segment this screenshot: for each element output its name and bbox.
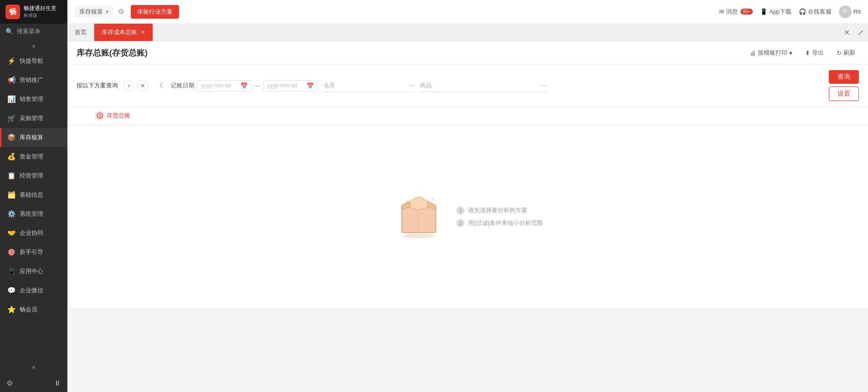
- sidebar-item-quick-nav[interactable]: ⚡ 快捷导航: [0, 51, 67, 71]
- tabbar: 首页 库存成本总账 ✕ ✕ ⤢: [67, 24, 868, 41]
- sidebar-item-wechat[interactable]: 💬 企业微信: [0, 281, 67, 300]
- message-btn[interactable]: ✉ 消息 99+: [719, 8, 753, 16]
- print-template-btn[interactable]: 🖨 按模板打印 ▾: [746, 47, 796, 59]
- empty-content-row: ✦ ✦ 1 请先选择要分析的方案 2 用[过滤]条件来缩小分析范围: [393, 185, 542, 249]
- calendar-end-icon: 📅: [306, 82, 314, 89]
- sidebar-scroll-down[interactable]: ▼: [0, 361, 67, 374]
- refresh-btn[interactable]: ↻ 刷新: [833, 47, 859, 59]
- svg-point-10: [403, 234, 434, 238]
- marketing-icon: 📢: [7, 76, 16, 84]
- filter-bar: 按以下方案查询 + ✕ 《 记账日期 yyyy-mm-dd 📅 — yyyy-m…: [67, 65, 868, 107]
- basic-info-icon: 🗂️: [7, 191, 16, 199]
- export-icon: ⬆: [805, 50, 810, 56]
- tab-close-icon[interactable]: ✕: [141, 29, 145, 36]
- svg-text:✦: ✦: [431, 198, 434, 202]
- avatar: R: [839, 5, 852, 18]
- breadcrumb[interactable]: 库存核算 ▾: [75, 6, 113, 18]
- sub-filter-inventory-icon: 存: [95, 111, 105, 121]
- empty-illustration: ✦ ✦: [393, 185, 447, 239]
- sidebar-item-marketing[interactable]: 📢 营销推广: [0, 71, 67, 90]
- sidebar-item-finance[interactable]: 💰 资金管理: [0, 147, 67, 166]
- query-button[interactable]: 查询: [829, 70, 859, 84]
- tab-home[interactable]: 首页: [67, 24, 94, 41]
- date-separator: —: [255, 82, 260, 89]
- sidebar-item-system[interactable]: ⚙️ 系统管理: [0, 204, 67, 224]
- sidebar-item-operations[interactable]: 📋 经营管理: [0, 166, 67, 185]
- date-start-input[interactable]: yyyy-mm-dd 📅: [197, 80, 252, 92]
- newbie-icon: 🎯: [7, 248, 16, 256]
- chevron-down-icon: ▾: [106, 8, 109, 15]
- filter-label: 按以下方案查询: [77, 81, 118, 90]
- sales-icon: 📊: [7, 95, 16, 103]
- sidebar-search[interactable]: 🔍 搜索菜单: [0, 24, 67, 39]
- app-download-btn[interactable]: 📱 App下载: [760, 8, 791, 16]
- hint-num-2: 2: [456, 219, 465, 227]
- calendar-start-icon: 📅: [240, 82, 248, 89]
- sidebar-logo: 畅 畅捷通好生意 标准版: [0, 0, 67, 24]
- export-btn[interactable]: ⬆ 导出: [802, 47, 827, 59]
- membership-icon: ⭐: [7, 305, 16, 314]
- sidebar-nav: ⚡ 快捷导航 📢 营销推广 📊 销售管理 🛒 采购管理 📦 库存核算 💰 资金管…: [0, 51, 67, 361]
- date-end-input[interactable]: yyyy-mm-dd 📅: [263, 80, 318, 92]
- filter-collapse-btn[interactable]: 《: [153, 81, 165, 91]
- sidebar-item-newbie[interactable]: 🎯 新手引导: [0, 243, 67, 262]
- online-service-btn[interactable]: 🎧 在线客服: [799, 8, 832, 16]
- topbar: 库存核算 ▾ ⚙ 体验行业方案 ✉ 消息 99+ 📱 App下载 🎧 在线客服: [67, 0, 868, 24]
- add-filter-btn[interactable]: +: [123, 80, 134, 91]
- svg-text:存: 存: [98, 114, 102, 118]
- username-label: Rit: [853, 8, 861, 15]
- sidebar-item-app-center[interactable]: 📱 应用中心: [0, 262, 67, 281]
- print-icon: 🖨: [750, 50, 756, 56]
- goods-select[interactable]: 商品 ···: [420, 80, 547, 92]
- sidebar-item-inventory[interactable]: 📦 库存核算: [0, 128, 67, 147]
- page-title: 库存总账(存货总账): [77, 47, 148, 58]
- sidebar-item-basic-info[interactable]: 🗂️ 基础信息: [0, 185, 67, 204]
- topbar-left: 库存核算 ▾ ⚙ 体验行业方案: [75, 5, 719, 19]
- sub-filter-row: 存 存货总账: [67, 107, 868, 125]
- refresh-icon: ↻: [837, 50, 842, 56]
- print-dropdown-icon: ▾: [789, 50, 792, 56]
- panel-close-icon[interactable]: ✕: [844, 28, 850, 37]
- warehouse-select[interactable]: 仓库 ···: [323, 80, 414, 92]
- sidebar-item-sales[interactable]: 📊 销售管理: [0, 90, 67, 109]
- purchase-icon: 🛒: [7, 114, 16, 122]
- date-filter-group: 记账日期 yyyy-mm-dd 📅 — yyyy-mm-dd 📅: [171, 80, 318, 92]
- sidebar-collapse-icon[interactable]: ⏸: [54, 379, 61, 387]
- app-logo-icon: 畅: [5, 5, 20, 19]
- date-label: 记账日期: [171, 81, 194, 90]
- inventory-icon: 📦: [7, 133, 16, 142]
- user-account[interactable]: R Rit: [839, 5, 861, 18]
- page-header-actions: 🖨 按模板打印 ▾ ⬆ 导出 ↻ 刷新: [746, 47, 859, 59]
- sidebar-item-enterprise[interactable]: 🤝 企业协同: [0, 224, 67, 243]
- sidebar: 畅 畅捷通好生意 标准版 🔍 搜索菜单 ▲ ⚡ 快捷导航 📢 营销推广 📊 销售…: [0, 0, 67, 392]
- settings-button[interactable]: 设置: [829, 87, 859, 101]
- app-logo-text: 畅捷通好生意 标准版: [24, 5, 56, 19]
- topbar-gear-icon[interactable]: ⚙: [118, 7, 124, 16]
- industry-btn[interactable]: 体验行业方案: [131, 5, 179, 19]
- remove-filter-btn[interactable]: ✕: [137, 80, 148, 91]
- main-content: 库存核算 ▾ ⚙ 体验行业方案 ✉ 消息 99+ 📱 App下载 🎧 在线客服: [67, 0, 868, 392]
- hint-num-1: 1: [456, 206, 465, 214]
- sidebar-scroll-up[interactable]: ▲: [0, 39, 67, 51]
- page-header: 库存总账(存货总账) 🖨 按模板打印 ▾ ⬆ 导出 ↻ 刷新: [67, 41, 868, 65]
- app-download-icon: 📱: [760, 8, 767, 15]
- sidebar-item-purchase[interactable]: 🛒 采购管理: [0, 109, 67, 128]
- wechat-icon: 💬: [7, 286, 16, 295]
- app-center-icon: 📱: [7, 267, 16, 275]
- goods-more-icon: ···: [541, 81, 547, 90]
- topbar-right: ✉ 消息 99+ 📱 App下载 🎧 在线客服 R Rit: [719, 5, 861, 18]
- sidebar-footer: ⚙ ⏸: [0, 374, 67, 392]
- system-icon: ⚙️: [7, 210, 16, 218]
- empty-hint-1: 1 请先选择要分析的方案: [456, 206, 542, 214]
- sub-filter-item-inventory[interactable]: 存 存货总账: [95, 111, 130, 121]
- tab-inventory-cost[interactable]: 库存成本总账 ✕: [94, 24, 153, 41]
- service-icon: 🎧: [799, 8, 806, 15]
- svg-text:✦: ✦: [405, 199, 409, 204]
- sidebar-item-membership[interactable]: ⭐ 畅会员: [0, 300, 67, 319]
- sidebar-settings-icon[interactable]: ⚙: [6, 379, 13, 387]
- page-content: 库存总账(存货总账) 🖨 按模板打印 ▾ ⬆ 导出 ↻ 刷新 按以下方案查询: [67, 41, 868, 392]
- panel-expand-icon[interactable]: ⤢: [858, 28, 863, 37]
- warehouse-more-icon: ···: [408, 81, 414, 90]
- empty-state: ✦ ✦ 1 请先选择要分析的方案 2 用[过滤]条件来缩小分析范围: [67, 126, 868, 308]
- filter-icons: + ✕: [123, 80, 148, 91]
